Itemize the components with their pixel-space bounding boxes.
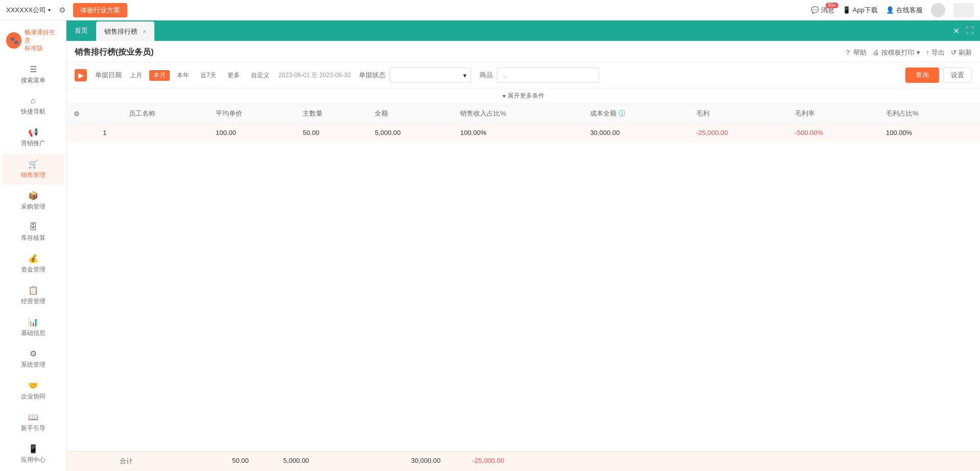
- tab-bar-actions: ✕ ⛶: [947, 26, 980, 36]
- col-gross-rate: 毛利率: [789, 104, 880, 124]
- footer-avg-price: [175, 457, 226, 466]
- print-icon: 🖨: [873, 49, 879, 56]
- app-download-label: App下载: [853, 6, 878, 15]
- sidebar-item-label: 快捷导航: [21, 107, 45, 116]
- sidebar-item-basics[interactable]: 📊 基础信息: [2, 312, 64, 343]
- print-chevron-icon: ▾: [917, 49, 920, 56]
- settings-button[interactable]: 设置: [943, 68, 972, 83]
- collab-icon: 🤝: [28, 380, 38, 390]
- sidebar-item-label: 销售管理: [21, 171, 45, 180]
- print-label: 按模板打印: [881, 48, 915, 57]
- tab-close-window-icon[interactable]: ✕: [953, 26, 960, 36]
- trial-button[interactable]: 体验行业方案: [73, 3, 127, 17]
- export-label: 导出: [931, 48, 945, 57]
- avatar[interactable]: [931, 3, 945, 17]
- sidebar-item-quicknav[interactable]: ⌂ 快捷导航: [2, 91, 64, 121]
- sidebar-item-finance[interactable]: 💰 资金管理: [2, 249, 64, 279]
- data-table: ⚙ 员工名称 平均单价 主数量 全额 销售收入占比% 成本全额 ⓘ 毛利 毛利率…: [66, 104, 980, 142]
- filter-goods: 商品 ...: [480, 68, 599, 83]
- basics-icon: 📊: [28, 317, 38, 327]
- col-sales-ratio: 销售收入占比%: [454, 104, 584, 124]
- cell-gross-ratio: 100.00%: [880, 124, 980, 142]
- search-menu-icon: ☰: [30, 64, 37, 74]
- sidebar-item-purchase[interactable]: 📦 采购管理: [2, 186, 64, 216]
- top-bar-right: 💬 消息 99+ 📱 App下载 👤 在线客服: [811, 3, 974, 17]
- service-icon: 👤: [886, 6, 894, 14]
- export-icon: ↑: [926, 49, 930, 56]
- online-service-button[interactable]: 👤 在线客服: [886, 6, 923, 15]
- goods-input[interactable]: ...: [497, 68, 599, 83]
- table-body: 1 100.00 50.00 5,000.00 100.00% 30,000.0…: [66, 124, 980, 142]
- footer-amount: 5,000.00: [277, 457, 338, 466]
- sidebar-item-system[interactable]: ⚙ 系统管理: [2, 344, 64, 374]
- date-range-display: 2023-06-01 至 2023-06-30: [279, 71, 351, 80]
- cell-cost: 30,000.00: [584, 124, 690, 142]
- export-button[interactable]: ↑ 导出: [926, 48, 945, 57]
- status-label: 单据状态: [359, 71, 385, 80]
- date-btn-7days[interactable]: 近7天: [196, 70, 220, 81]
- sidebar-item-label: 系统管理: [21, 361, 45, 369]
- message-button[interactable]: 💬 消息 99+: [811, 6, 834, 15]
- date-btn-custom[interactable]: 自定义: [247, 70, 274, 81]
- company-name: XXXXXX公司: [6, 6, 46, 15]
- refresh-button[interactable]: ↺ 刷新: [951, 48, 972, 57]
- online-service-label: 在线客服: [896, 6, 923, 15]
- status-select[interactable]: ▾: [390, 68, 471, 83]
- col-gross: 毛利: [690, 104, 789, 124]
- sidebar-item-label: 新手引导: [21, 424, 45, 433]
- filter-arrow-toggle[interactable]: ▶: [75, 69, 87, 81]
- tab-current-label: 销售排行榜: [104, 27, 138, 36]
- app-download-button[interactable]: 📱 App下载: [842, 6, 878, 15]
- help-button[interactable]: ？ 帮助: [845, 48, 867, 57]
- tab-bar: 首页 销售排行榜 × ✕ ⛶: [66, 20, 980, 41]
- sidebar-item-search[interactable]: ☰ 搜索菜单: [2, 59, 64, 90]
- tab-home-label: 首页: [75, 26, 88, 35]
- col-settings: ⚙: [66, 104, 87, 124]
- footer-cells: 合计 50.00 5,000.00 30,000.00 -25,000.00: [73, 457, 974, 466]
- sidebar-item-label: 基础信息: [21, 329, 45, 338]
- col-avg-price: 平均单价: [210, 104, 297, 124]
- col-main-qty: 主数量: [297, 104, 369, 124]
- goods-value: ...: [502, 72, 507, 79]
- expand-conditions-button[interactable]: ▾ 展开更多条件: [503, 92, 544, 100]
- message-icon: 💬: [811, 6, 819, 14]
- date-btn-more[interactable]: 更多: [223, 70, 244, 81]
- tab-close-icon[interactable]: ×: [143, 28, 146, 35]
- inventory-icon: 🗄: [29, 222, 37, 232]
- tab-expand-icon[interactable]: ⛶: [966, 26, 974, 35]
- cell-sales-ratio: 100.00%: [454, 124, 584, 142]
- settings-icon[interactable]: ⚙: [55, 3, 69, 17]
- table-footer: 合计 50.00 5,000.00 30,000.00 -25,000.00: [66, 451, 980, 471]
- date-filter: 上月 本月 本年 近7天 更多 自定义 2023-06-01 至 2023-06…: [126, 70, 351, 81]
- sidebar-item-collab[interactable]: 🤝 企业协同: [2, 375, 64, 406]
- date-btn-lastmonth[interactable]: 上月: [126, 70, 146, 81]
- cell-avg-price: 100.00: [210, 124, 297, 142]
- print-button[interactable]: 🖨 按模板打印 ▾: [873, 48, 920, 57]
- tab-sales-ranking[interactable]: 销售排行榜 ×: [96, 21, 154, 42]
- sidebar-item-operations[interactable]: 📋 经营管理: [2, 280, 64, 311]
- tab-home[interactable]: 首页: [66, 20, 96, 41]
- sidebar-item-apps[interactable]: 📱 应用中心: [2, 439, 64, 469]
- purchase-icon: 📦: [28, 191, 38, 200]
- refresh-icon: ↺: [951, 49, 956, 56]
- company-selector[interactable]: XXXXXX公司 ▾: [6, 6, 51, 15]
- sidebar-item-label: 企业协同: [21, 392, 45, 401]
- sidebar-item-label: 经营管理: [21, 297, 45, 306]
- date-btn-thismonth[interactable]: 本月: [149, 70, 170, 81]
- filter-status: 单据状态 ▾: [359, 68, 471, 83]
- cell-settings: [66, 124, 87, 142]
- sidebar-item-sales[interactable]: 🛒 销售管理: [2, 154, 64, 185]
- message-badge: 99+: [826, 3, 838, 8]
- system-icon: ⚙: [30, 349, 37, 358]
- date-btn-thisyear[interactable]: 本年: [173, 70, 193, 81]
- sidebar-item-guide[interactable]: 📖 新手引导: [2, 407, 64, 438]
- filter-row: ▶ 单据日期 上月 本月 本年 近7天 更多 自定义 2023-06-01 至 …: [75, 68, 972, 83]
- footer-gross: -25,000.00: [466, 457, 528, 466]
- filter-date: 单据日期 上月 本月 本年 近7天 更多 自定义 2023-06-01 至 20…: [95, 70, 351, 81]
- sidebar-item-label: 应用中心: [21, 456, 45, 464]
- sidebar-item-label: 采购管理: [21, 203, 45, 211]
- sidebar-item-marketing[interactable]: 📢 营销推广: [2, 122, 64, 153]
- sidebar-item-inventory[interactable]: 🗄 库存核算: [2, 217, 64, 248]
- query-button[interactable]: 查询: [905, 68, 939, 83]
- col-amount: 全额: [369, 104, 454, 124]
